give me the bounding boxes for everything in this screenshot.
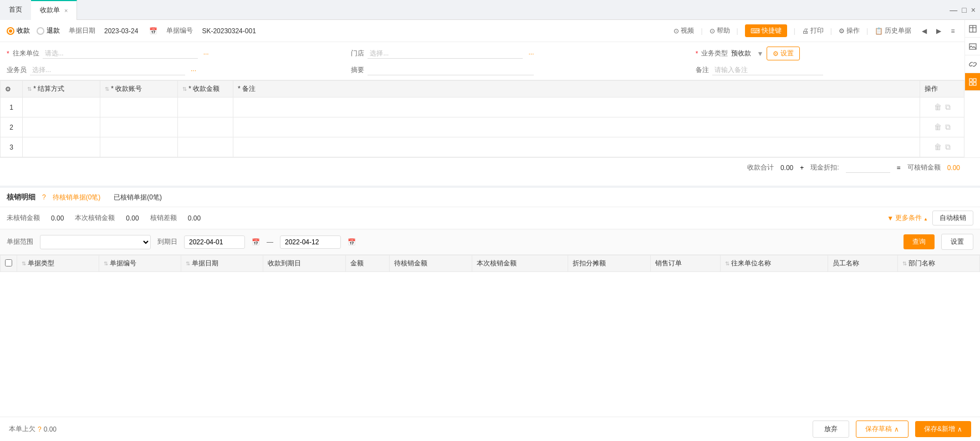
- settings-button[interactable]: ⚙ 设置: [767, 47, 800, 60]
- store-label: 门店: [351, 49, 364, 58]
- row-3-delete-icon[interactable]: 🗑: [934, 142, 942, 152]
- nav-next-icon[interactable]: ▶: [932, 25, 945, 37]
- sidebar-link-icon[interactable]: [965, 55, 981, 73]
- doc-date-calendar-icon[interactable]: 📅: [149, 27, 157, 35]
- due-date-to-input[interactable]: [280, 235, 341, 249]
- bottom-bar: 本单上欠 ? 0.00 放弃 保存草稿 ∧ 保存&新增 ∧: [0, 417, 980, 441]
- store-input[interactable]: [368, 48, 523, 59]
- col-dept-name: ⇅ 部门名称: [898, 255, 980, 272]
- row-2-settle[interactable]: [23, 117, 100, 137]
- staff-input[interactable]: [30, 65, 185, 75]
- row-1-delete-icon[interactable]: 🗑: [934, 102, 942, 112]
- abandon-btn-label: 放弃: [824, 425, 838, 433]
- col-doc-date-label: 单据日期: [192, 259, 218, 267]
- filter-settings-button[interactable]: 设置: [941, 234, 973, 250]
- hexiao-info-icon[interactable]: ?: [42, 193, 46, 201]
- row-3-account[interactable]: [100, 137, 178, 157]
- query-button[interactable]: 查询: [904, 234, 935, 249]
- row-1-amount[interactable]: [178, 98, 233, 117]
- fields-row-1: * 往来单位 ··· 门店 ··· * 业务类型 预收款 ▼ ⚙ 设置: [7, 47, 973, 60]
- radio-refund[interactable]: 退款: [37, 26, 60, 35]
- table-settings-icon[interactable]: ⚙: [5, 85, 11, 93]
- unverified-value: 0.00: [51, 214, 64, 222]
- col-header-amount: ⇅ * 收款金额: [178, 81, 233, 98]
- this-time-value: 0.00: [126, 214, 139, 222]
- staff-label: 业务员: [7, 65, 27, 75]
- hexiao-tab-pending[interactable]: 待核销单据(0笔): [53, 193, 101, 202]
- tab-home[interactable]: 首页: [0, 0, 31, 20]
- store-more-icon[interactable]: ···: [528, 50, 534, 58]
- col-header-settings[interactable]: ⚙: [1, 81, 23, 98]
- action-help[interactable]: ⊙ 帮助: [710, 26, 730, 35]
- hexiao-section: 核销明细 ? 待核销单据(0笔) 已核销单据(0笔) 未核销金额 0.00 本次…: [0, 186, 980, 441]
- row-1-remark[interactable]: [233, 98, 920, 117]
- row-2-remark[interactable]: [233, 117, 920, 137]
- action-print[interactable]: 🖨 打印: [802, 26, 824, 35]
- col-header-action: 操作: [920, 81, 964, 98]
- action-history[interactable]: 📋 历史单据: [875, 26, 911, 35]
- row-3-amount[interactable]: [178, 137, 233, 157]
- col-pending-amount: 待核销金额: [390, 255, 472, 272]
- radio-collect[interactable]: 收款: [7, 26, 30, 35]
- nav-prev-icon[interactable]: ◀: [918, 25, 930, 37]
- discount-input[interactable]: [846, 162, 890, 173]
- row-1-account[interactable]: [100, 98, 178, 117]
- due-date-label: 到期日: [157, 237, 177, 247]
- col-amount: 金额: [345, 255, 389, 272]
- this-order-info-icon[interactable]: ?: [38, 425, 42, 433]
- abandon-button[interactable]: 放弃: [813, 421, 849, 438]
- svg-rect-6: [969, 83, 972, 85]
- row-2-amount[interactable]: [178, 117, 233, 137]
- row-3-copy-icon[interactable]: ⧉: [945, 142, 951, 152]
- window-close-icon[interactable]: ×: [971, 6, 976, 14]
- calendar-from-icon[interactable]: 📅: [252, 238, 260, 246]
- row-1-settle[interactable]: [23, 98, 100, 117]
- more-conditions-btn[interactable]: ▼ 更多条件: [887, 213, 928, 223]
- counterpart-input[interactable]: [43, 48, 198, 59]
- print-label: 打印: [810, 26, 824, 35]
- business-type-dropdown-icon[interactable]: ▼: [757, 50, 763, 58]
- tab-active-receipt[interactable]: 收款单 ×: [31, 0, 77, 20]
- row-3-remark[interactable]: [233, 137, 920, 157]
- sidebar-table-icon[interactable]: [965, 20, 981, 38]
- doc-range-select[interactable]: [40, 235, 151, 249]
- radio-collect-dot: [7, 27, 14, 35]
- table-footer: 收款合计 0.00 + 现金折扣: = 可核销金额 0.00: [0, 157, 980, 177]
- summary-input[interactable]: [368, 65, 534, 75]
- svg-rect-4: [969, 79, 972, 81]
- col-discount-label: 折扣分摊额: [573, 259, 606, 267]
- window-minimize-icon[interactable]: —: [950, 6, 957, 14]
- sidebar-expand-icon[interactable]: [965, 73, 981, 91]
- remark-input[interactable]: [712, 65, 823, 75]
- tab-close-icon[interactable]: ×: [64, 7, 68, 14]
- calendar-to-icon[interactable]: 📅: [348, 238, 356, 246]
- row-2-delete-icon[interactable]: 🗑: [934, 122, 942, 132]
- window-maximize-icon[interactable]: □: [962, 6, 966, 14]
- col-checkbox[interactable]: [1, 255, 17, 272]
- select-all-checkbox[interactable]: [5, 259, 12, 266]
- save-draft-button[interactable]: 保存草稿 ∧: [856, 421, 908, 438]
- staff-field-group: 业务员 ···: [7, 65, 340, 75]
- col-header-account: ⇅ * 收款账号: [100, 81, 178, 98]
- sort-icon-3: ⇅: [182, 86, 187, 92]
- auto-hexiao-btn[interactable]: 自动核销: [932, 211, 973, 225]
- row-2-copy-icon[interactable]: ⧉: [945, 122, 951, 132]
- col-dept-name-label: 部门名称: [908, 259, 935, 267]
- save-new-button[interactable]: 保存&新增 ∧: [915, 421, 971, 437]
- counterpart-more-icon[interactable]: ···: [203, 50, 209, 58]
- row-1-copy-icon[interactable]: ⧉: [945, 102, 951, 112]
- action-shortcut[interactable]: ⌨ 快捷键: [745, 24, 787, 37]
- filter-settings-label: 设置: [951, 238, 964, 245]
- action-operation[interactable]: ⚙ 操作: [839, 26, 860, 35]
- hexiao-tab-done[interactable]: 已核销单据(0笔): [114, 193, 162, 202]
- sidebar-image-icon[interactable]: [965, 38, 981, 55]
- action-video[interactable]: ⊙ 视频: [673, 26, 694, 35]
- row-3-settle[interactable]: [23, 137, 100, 157]
- due-date-from-input[interactable]: [184, 235, 245, 249]
- shortcut-icon: ⌨: [751, 27, 760, 35]
- col-counterpart-name: ⇅ 往来单位名称: [720, 255, 828, 272]
- doc-no-label: 单据编号: [166, 26, 193, 35]
- row-2-account[interactable]: [100, 117, 178, 137]
- staff-more-icon[interactable]: ···: [191, 66, 196, 74]
- list-icon[interactable]: ≡: [947, 25, 959, 37]
